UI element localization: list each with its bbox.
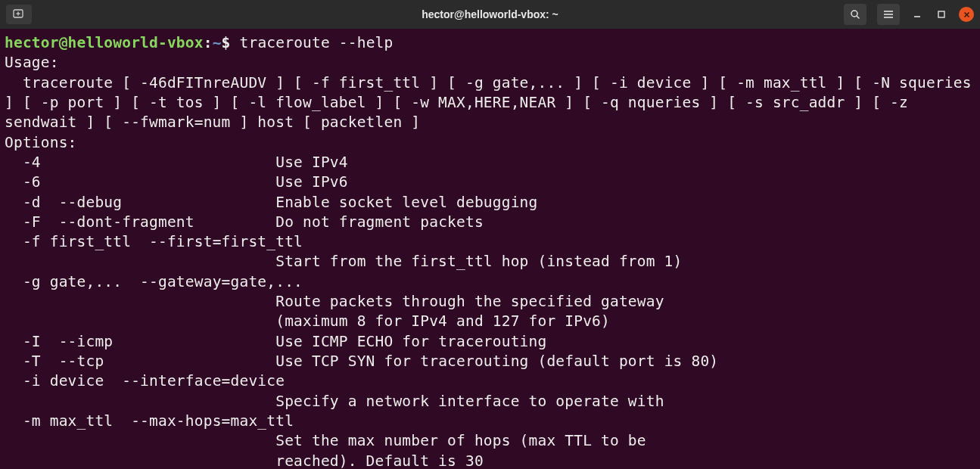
option-line: -d --debug Enable socket level debugging (5, 194, 537, 211)
option-line: -6 Use IPv6 (5, 173, 348, 191)
option-line: -m max_ttl --max-hops=max_ttl (5, 412, 294, 430)
prompt-path: ~ (213, 34, 222, 51)
close-icon (963, 11, 970, 18)
maximize-button[interactable] (935, 8, 948, 21)
option-line: -i device --interface=device (5, 372, 285, 390)
usage-body: traceroute [ -46dFITnreAUDV ] [ -f first… (5, 74, 980, 132)
prompt-colon: : (204, 34, 213, 51)
svg-line-4 (857, 16, 860, 19)
option-line: reached). Default is 30 (5, 452, 484, 469)
svg-point-3 (851, 11, 857, 17)
close-button[interactable] (959, 7, 974, 22)
search-button[interactable] (844, 4, 866, 25)
command-entered: traceroute --help (240, 34, 394, 51)
minimize-button[interactable] (910, 8, 924, 21)
search-icon (850, 9, 860, 20)
option-line: -f first_ttl --first=first_ttl (5, 233, 303, 250)
window-titlebar: hector@helloworld-vbox: ~ (0, 0, 980, 29)
menu-button[interactable] (877, 4, 900, 25)
option-line: -4 Use IPv4 (5, 154, 348, 171)
option-line: Set the max number of hops (max TTL to b… (5, 432, 646, 449)
window-title: hector@helloworld-vbox: ~ (422, 8, 558, 20)
option-line: -T --tcp Use TCP SYN for tracerouting (d… (5, 353, 718, 370)
titlebar-left-group (6, 5, 32, 24)
svg-rect-9 (938, 11, 944, 17)
titlebar-right-group (844, 4, 974, 25)
command-text (231, 34, 240, 51)
option-line: -g gate,... --gateway=gate,... (5, 273, 303, 290)
hamburger-icon (883, 10, 894, 19)
minimize-icon (913, 10, 922, 19)
option-line: -F --dont-fragment Do not fragment packe… (5, 213, 484, 231)
option-line: -I --icmp Use ICMP ECHO for tracerouting (5, 333, 546, 350)
maximize-icon (937, 10, 946, 19)
prompt-dollar: $ (222, 34, 231, 51)
new-tab-icon (13, 9, 25, 20)
options-header: Options: (5, 134, 77, 151)
usage-header: Usage: (5, 54, 59, 71)
new-tab-button[interactable] (6, 5, 32, 24)
option-line: Route packets through the specified gate… (5, 293, 664, 310)
option-line: (maximum 8 for IPv4 and 127 for IPv6) (5, 312, 610, 330)
terminal-output[interactable]: hector@helloworld-vbox:~$ traceroute --h… (0, 29, 980, 469)
prompt-user-host: hector@helloworld-vbox (5, 34, 204, 51)
option-line: Specify a network interface to operate w… (5, 393, 664, 410)
option-line: Start from the first_ttl hop (instead fr… (5, 253, 683, 270)
